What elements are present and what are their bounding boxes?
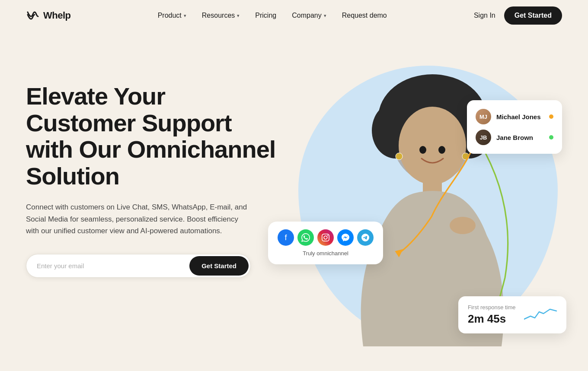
nav-pricing-label: Pricing xyxy=(255,12,276,19)
response-time-card: First response time 2m 45s xyxy=(458,296,566,333)
nav-item-pricing[interactable]: Pricing xyxy=(255,12,276,19)
nav-request-demo-label: Request demo xyxy=(342,12,387,19)
chevron-down-icon: ▾ xyxy=(237,13,240,19)
omnichannel-label: Truly omnichannel xyxy=(278,250,374,257)
nav-item-resources[interactable]: Resources ▾ xyxy=(202,12,240,19)
agent-status-jane xyxy=(549,135,553,140)
logo-icon xyxy=(26,10,40,21)
agent-status-michael xyxy=(549,114,553,119)
nav-product-label: Product xyxy=(158,12,182,19)
agent-avatar-jane: JB xyxy=(476,130,491,145)
hero-section: Elevate Your Customer Support with Our O… xyxy=(0,31,588,371)
logo-text: Whelp xyxy=(43,10,71,21)
svg-point-6 xyxy=(450,217,476,234)
nav-item-company[interactable]: Company ▾ xyxy=(292,12,326,19)
agent-name-jane: Jane Brown xyxy=(496,134,533,141)
svg-point-10 xyxy=(462,153,469,160)
agent-item-jane: JB Jane Brown xyxy=(476,127,553,148)
email-form: Get Started xyxy=(26,254,251,278)
svg-point-7 xyxy=(419,146,426,154)
telegram-icon xyxy=(357,229,374,246)
get-started-hero-button[interactable]: Get Started xyxy=(189,256,249,276)
agent-initials-michael: MJ xyxy=(476,109,491,124)
nav-item-request-demo[interactable]: Request demo xyxy=(342,12,387,19)
get-started-nav-button[interactable]: Get Started xyxy=(504,6,562,25)
response-chart xyxy=(524,304,559,323)
social-icons-row: f xyxy=(278,229,374,246)
nav-company-label: Company xyxy=(292,12,321,19)
chevron-down-icon: ▾ xyxy=(324,13,326,19)
nav-actions: Sign In Get Started xyxy=(474,6,562,25)
response-time-value: 2m 45s xyxy=(468,312,506,325)
omnichannel-card: f Truly omnichannel xyxy=(268,222,383,264)
nav-links: Product ▾ Resources ▾ Pricing Company ▾ … xyxy=(158,12,387,19)
svg-point-8 xyxy=(438,146,445,154)
svg-point-9 xyxy=(396,153,403,160)
hero-left: Elevate Your Customer Support with Our O… xyxy=(26,57,277,278)
agent-item-michael: MJ Michael Jones xyxy=(476,106,553,127)
agent-avatar-michael: MJ xyxy=(476,109,491,124)
hero-right: MJ Michael Jones JB Jane Brown f xyxy=(277,57,562,368)
nav-item-product[interactable]: Product ▾ xyxy=(158,12,186,19)
facebook-icon: f xyxy=(278,229,294,246)
hero-title: Elevate Your Customer Support with Our O… xyxy=(26,83,277,189)
agents-card: MJ Michael Jones JB Jane Brown xyxy=(467,100,562,154)
agent-initials-jane: JB xyxy=(476,130,491,145)
navbar: Whelp Product ▾ Resources ▾ Pricing Comp… xyxy=(0,0,588,31)
logo-link[interactable]: Whelp xyxy=(26,10,71,21)
instagram-icon xyxy=(317,229,334,246)
messenger-icon xyxy=(337,229,354,246)
svg-point-4 xyxy=(399,107,466,184)
email-input[interactable] xyxy=(26,254,188,277)
sign-in-button[interactable]: Sign In xyxy=(474,12,495,19)
agent-name-michael: Michael Jones xyxy=(496,113,541,120)
nav-resources-label: Resources xyxy=(202,12,235,19)
hero-subtitle: Connect with customers on Live Chat, SMS… xyxy=(26,201,251,237)
chevron-down-icon: ▾ xyxy=(184,13,186,19)
whatsapp-icon xyxy=(297,229,314,246)
